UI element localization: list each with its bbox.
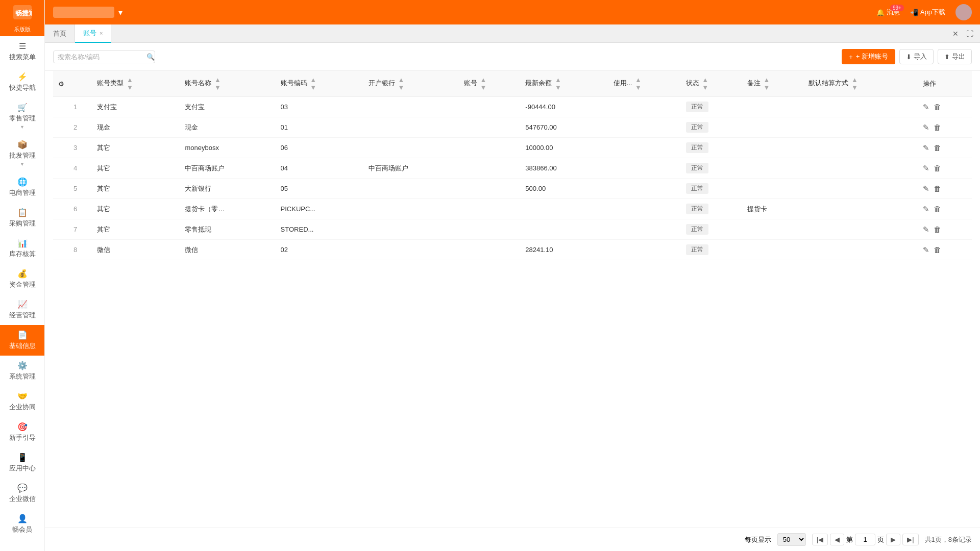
delete-button[interactable]: 🗑 [934, 123, 941, 132]
cell-operation: ✎ 🗑 [919, 117, 972, 138]
enterprise-agreement-icon: 🤝 [17, 391, 28, 401]
cell-default-settlement [804, 138, 919, 158]
cell-account-no [460, 240, 521, 260]
edit-button[interactable]: ✎ [923, 164, 929, 173]
account-tab-close[interactable]: × [100, 30, 103, 36]
tab-close-button[interactable]: ✕ [949, 28, 962, 40]
cell-account-no [460, 199, 521, 219]
cell-settings [53, 158, 69, 179]
cell-bank [364, 240, 460, 260]
sidebar-item-basic-info[interactable]: 📄 基础信息 [0, 325, 44, 356]
delete-button[interactable]: 🗑 [934, 205, 941, 214]
top-search-dropdown[interactable]: ▾ [118, 8, 122, 17]
col-account-no[interactable]: 账号 ▲▼ [460, 71, 521, 97]
current-page-input[interactable] [855, 534, 875, 545]
add-icon: + [849, 53, 853, 61]
cell-index: 7 [69, 219, 93, 240]
app-download-button[interactable]: 📲 App下载 [910, 8, 945, 17]
export-button[interactable]: ⬆ 导出 [938, 49, 972, 64]
add-account-button[interactable]: + + 新增账号 [842, 49, 895, 64]
sidebar-item-ecommerce-manage[interactable]: 🌐 电商管理 [0, 172, 44, 203]
retail-manage-icon: 🛒 [17, 103, 28, 112]
edit-button[interactable]: ✎ [923, 205, 929, 214]
cell-index: 5 [69, 179, 93, 199]
col-account-name[interactable]: 账号名称 ▲▼ [181, 71, 276, 97]
cell-index: 4 [69, 158, 93, 179]
col-settings[interactable]: ⚙ [53, 71, 69, 97]
col-status[interactable]: 状态 ▲▼ [682, 71, 743, 97]
cell-operation: ✎ 🗑 [919, 158, 972, 179]
col-usage[interactable]: 使用... ▲▼ [609, 71, 682, 97]
prev-page-button[interactable]: ◀ [830, 534, 844, 545]
edit-button[interactable]: ✎ [923, 245, 929, 255]
sidebar-item-enterprise-wechat[interactable]: 💬 企业微信 [0, 478, 44, 509]
delete-button[interactable]: 🗑 [934, 245, 941, 255]
edit-button[interactable]: ✎ [923, 184, 929, 193]
sidebar-item-enterprise-agreement[interactable]: 🤝 企业协同 [0, 386, 44, 417]
edit-button[interactable]: ✎ [923, 103, 929, 112]
tab-home[interactable]: 首页 [45, 24, 75, 43]
cell-default-settlement [804, 240, 919, 260]
search-input[interactable] [58, 53, 143, 61]
cell-index: 2 [69, 117, 93, 138]
tab-maximize-button[interactable]: ⛶ [964, 28, 976, 40]
sidebar-item-system-manage[interactable]: ⚙️ 系统管理 [0, 356, 44, 386]
cell-account-no [460, 179, 521, 199]
cell-latest-balance: -90444.00 [521, 97, 609, 117]
cell-status: 正常 [682, 240, 743, 260]
col-account-type[interactable]: 账号类型 ▲▼ [93, 71, 181, 97]
edit-button[interactable]: ✎ [923, 143, 929, 153]
cell-latest-balance: 383866.00 [521, 158, 609, 179]
cell-status: 正常 [682, 158, 743, 179]
delete-button[interactable]: 🗑 [934, 143, 941, 153]
edit-button[interactable]: ✎ [923, 225, 929, 234]
sidebar-item-quick-nav[interactable]: ⚡ 快捷导航 [0, 67, 44, 97]
notification-button[interactable]: 🔔 99+ 消息 [876, 8, 900, 17]
edit-button[interactable]: ✎ [923, 123, 929, 132]
cell-account-name: 中百商场账户 [181, 158, 276, 179]
sidebar-item-retail-manage[interactable]: 🛒 零售管理 ▼ [0, 97, 44, 135]
last-page-button[interactable]: ▶| [902, 534, 918, 545]
import-button[interactable]: ⬇ 导入 [899, 49, 934, 64]
sidebar-item-app-center[interactable]: 📱 应用中心 [0, 447, 44, 478]
delete-button[interactable]: 🗑 [934, 103, 941, 112]
sidebar-item-wholesale-manage[interactable]: 📦 批发管理 ▼ [0, 135, 44, 172]
cell-account-no [460, 97, 521, 117]
svg-text:畅捷通: 畅捷通 [15, 9, 32, 17]
sidebar-item-search-orders[interactable]: ☰ 搜索菜单 [0, 36, 44, 67]
cell-index: 3 [69, 138, 93, 158]
cell-account-type: 其它 [93, 219, 181, 240]
page-size-select[interactable]: 50 100 200 [777, 533, 806, 546]
table-row: 5 其它 大新银行 05 500.00 正常 ✎ 🗑 [53, 179, 972, 199]
cell-settings [53, 199, 69, 219]
col-default-settlement[interactable]: 默认结算方式 ▲▼ [804, 71, 919, 97]
main-area: ▾ 🔔 99+ 消息 📲 App下载 首页 账号 × ✕ ⛶ [45, 0, 980, 551]
first-page-button[interactable]: |◀ [812, 534, 828, 545]
sidebar-item-purchase-manage[interactable]: 📋 采购管理 [0, 203, 44, 233]
sidebar-item-operation-manage[interactable]: 📈 经营管理 [0, 294, 44, 325]
wholesale-manage-icon: 📦 [17, 140, 28, 149]
cell-account-name: 提货卡（零… [181, 199, 276, 219]
col-account-code[interactable]: 账号编码 ▲▼ [277, 71, 364, 97]
top-search-input[interactable] [53, 7, 114, 18]
cell-remark [743, 138, 804, 158]
sidebar-item-finance-manage[interactable]: 💰 资金管理 [0, 264, 44, 294]
status-badge: 正常 [686, 163, 708, 173]
user-avatar[interactable] [955, 4, 972, 20]
col-bank[interactable]: 开户银行 ▲▼ [364, 71, 460, 97]
pagination-nav: |◀ ◀ 第 页 ▶ ▶| [812, 534, 919, 545]
sidebar-item-new-guide[interactable]: 🎯 新手引导 [0, 417, 44, 447]
tab-account[interactable]: 账号 × [75, 24, 111, 43]
sidebar-item-inventory-check[interactable]: 📊 库存核算 [0, 233, 44, 264]
sidebar-item-member[interactable]: 👤 畅会员 [0, 509, 44, 539]
system-manage-icon: ⚙️ [17, 361, 28, 370]
next-page-button[interactable]: ▶ [886, 534, 900, 545]
col-remark[interactable]: 备注 ▲▼ [743, 71, 804, 97]
col-index [69, 71, 93, 97]
delete-button[interactable]: 🗑 [934, 184, 941, 193]
delete-button[interactable]: 🗑 [934, 164, 941, 173]
col-latest-balance[interactable]: 最新余额 ▲▼ [521, 71, 609, 97]
cell-remark [743, 117, 804, 138]
cell-account-code: 04 [277, 158, 364, 179]
delete-button[interactable]: 🗑 [934, 225, 941, 234]
